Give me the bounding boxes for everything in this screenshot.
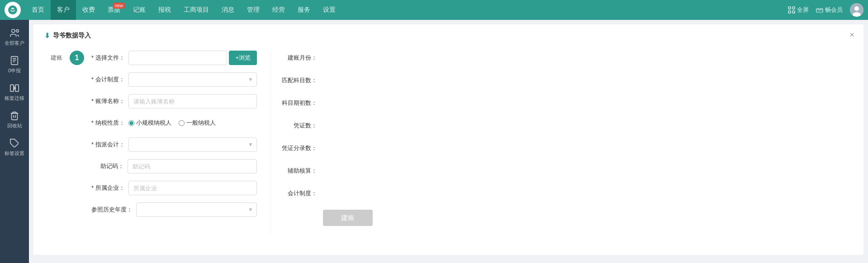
top-nav: 首页 客户 收费 票据 new 记账 报税 工商项目 消息 管理 经营 服务 设… [0,0,868,20]
right-match-row: 匹配科目数： [280,73,415,88]
tax-row: * 纳税性质： 小规模纳税人 一般纳税人 [91,116,257,130]
memo-row: 助记码： [91,159,257,174]
company-label: * 所属企业： [91,184,128,192]
right-init-value [321,96,415,110]
right-month-row: 建账月份： [280,51,415,65]
nav-messages-label: 消息 [222,6,234,14]
fullscreen-btn[interactable]: 全屏 [788,6,809,14]
nav-right: 全屏 畅会员 [788,3,863,17]
nav-customers-label: 客户 [57,6,70,14]
svg-point-10 [16,30,19,33]
right-voucher-label: 凭证数： [280,122,321,130]
nav-home-label: 首页 [32,6,44,14]
step-label: 建账 [44,51,62,65]
ledger-row: * 账簿名称： [91,94,257,108]
sidebar-item-all-customers[interactable]: 全部客户 [0,24,29,50]
right-init-label: 科目期初数： [280,99,321,107]
right-aux-label: 辅助核算： [280,167,321,175]
logo[interactable] [5,2,21,18]
tax-label: * 纳税性质： [91,119,128,127]
right-init-row: 科目期初数： [280,96,415,110]
nav-business-label: 工商项目 [184,6,209,14]
nav-fees-label: 收费 [82,6,95,14]
tax-radio-general[interactable]: 一般纳税人 [179,119,216,127]
form-body: 建账 1 * 选择文件： +浏览 [44,51,853,233]
accounting-select-wrapper: ▼ [128,72,257,87]
accounting-label: * 会计制度： [91,75,128,84]
main-content: ⬇ 导爷数据导入 × 建账 1 * 选择文件： [29,20,868,263]
nav-operation-label: 经营 [272,6,285,14]
right-match-value [321,73,415,88]
svg-point-9 [12,29,15,33]
nav-messages[interactable]: 消息 [215,0,241,20]
nav-business[interactable]: 工商项目 [177,0,215,20]
sidebar-label-tag-settings: 标签设置 [5,150,24,157]
sidebar: 全部客户 0申报 账套迁移 回收站 标签设置 [0,20,29,263]
vip-label: 畅会员 [825,6,843,14]
history-select-wrapper: ▼ [136,202,257,217]
nav-fees[interactable]: 收费 [76,0,101,20]
build-button[interactable]: 建账 [323,210,373,226]
sidebar-label-all-customers: 全部客户 [5,40,24,47]
svg-rect-4 [792,11,795,13]
nav-operation[interactable]: 经营 [266,0,291,20]
right-voucher-records-label: 凭证分录数： [280,144,321,152]
nav-tax-label: 报税 [158,6,171,14]
ledger-input[interactable] [128,94,257,108]
vip-btn[interactable]: 畅会员 [816,6,843,14]
nav-settings[interactable]: 设置 [317,0,342,20]
accountant-label: * 指派会计： [91,141,128,149]
tax-small-label: 小规模纳税人 [136,119,171,127]
file-input[interactable] [128,51,228,65]
accountant-row: * 指派会计： ▼ [91,137,257,152]
nav-home[interactable]: 首页 [25,0,51,20]
right-aux-row: 辅助核算： [280,164,415,178]
right-voucher-records-value [321,141,415,155]
nav-bills[interactable]: 票据 new [101,0,127,20]
nav-items: 首页 客户 收费 票据 new 记账 报税 工商项目 消息 管理 经营 服务 设… [25,0,788,20]
nav-customers[interactable]: 客户 [51,0,76,20]
sidebar-label-zero-declaration: 0申报 [8,67,21,74]
tax-radio-general-input[interactable] [179,120,185,126]
tax-radio-small-input[interactable] [128,120,134,126]
panel-title-text: 导爷数据导入 [53,32,91,40]
sidebar-item-recycle-bin[interactable]: 回收站 [0,107,29,133]
accountant-select[interactable] [128,137,257,152]
company-row: * 所属企业： [91,181,257,195]
import-icon: ⬇ [44,32,50,40]
svg-rect-1 [788,7,791,9]
memo-input[interactable] [128,159,257,174]
tax-radio-small[interactable]: 小规模纳税人 [128,119,171,127]
history-select[interactable] [136,202,257,217]
nav-accounting[interactable]: 记账 [127,0,152,20]
form-right: 建账月份： 匹配科目数： 科目期初数： 凭证数： [270,51,415,233]
right-month-label: 建账月份： [280,54,321,62]
nav-management[interactable]: 管理 [241,0,266,20]
accounting-select[interactable] [128,72,257,87]
sidebar-label-account-migration: 账套迁移 [5,95,24,102]
nav-tax[interactable]: 报税 [152,0,177,20]
panel-title: ⬇ 导爷数据导入 [44,32,853,40]
sidebar-item-tag-settings[interactable]: 标签设置 [0,135,29,160]
company-input[interactable] [128,181,257,195]
svg-rect-2 [792,7,795,9]
step-section: 建账 1 * 选择文件： +浏览 [44,51,257,224]
sidebar-label-recycle-bin: 回收站 [7,122,22,129]
browse-button[interactable]: +浏览 [229,51,257,65]
ledger-label: * 账簿名称： [91,97,128,105]
nav-service[interactable]: 服务 [291,0,317,20]
right-accounting-value [321,186,415,201]
memo-label: 助记码： [91,162,128,170]
avatar[interactable] [850,3,863,17]
file-label: * 选择文件： [91,54,128,62]
fullscreen-label: 全屏 [797,6,809,14]
svg-rect-11 [11,56,18,65]
sidebar-item-zero-declaration[interactable]: 0申报 [0,52,29,78]
history-label: 参照历史年度： [91,206,136,214]
history-row: 参照历史年度： ▼ [91,202,257,217]
sidebar-item-account-migration[interactable]: 账套迁移 [0,80,29,105]
step-badge: 1 [70,51,84,65]
file-row: * 选择文件： +浏览 [91,51,257,65]
panel-close-button[interactable]: × [849,31,854,39]
form-left: 建账 1 * 选择文件： +浏览 [44,51,270,233]
